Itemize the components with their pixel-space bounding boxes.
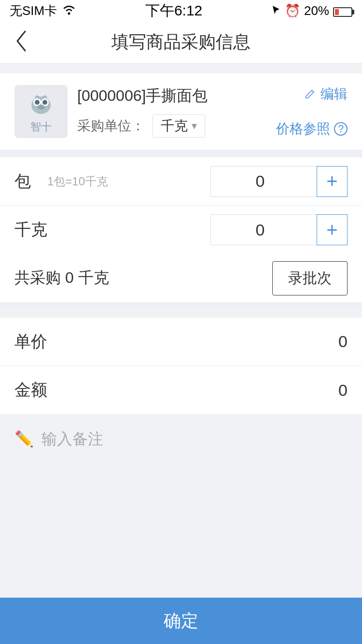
summary-row: 共采购 0 千克 录批次 bbox=[0, 254, 362, 302]
unit-select-button[interactable]: 千克 ▾ bbox=[153, 114, 205, 138]
logo-owl-icon bbox=[27, 89, 56, 123]
record-batch-button[interactable]: 录批次 bbox=[272, 261, 348, 295]
alarm-icon: ⏰ bbox=[285, 3, 300, 18]
confirm-button-label: 确定 bbox=[164, 609, 198, 633]
back-button[interactable] bbox=[14, 29, 28, 56]
dropdown-arrow-icon: ▾ bbox=[192, 120, 197, 132]
nav-bar: 填写商品采购信息 bbox=[0, 21, 362, 64]
quantity-input-section: 包 1包=10千克 + 千克 + bbox=[0, 157, 362, 254]
price-ref-button[interactable]: 价格参照 ? bbox=[276, 120, 348, 138]
wifi-icon bbox=[62, 3, 76, 18]
location-icon bbox=[271, 3, 281, 18]
status-time: 下午6:12 bbox=[145, 1, 202, 21]
kg-quantity-input[interactable] bbox=[210, 214, 317, 245]
svg-point-4 bbox=[35, 100, 40, 105]
battery-percent: 20% bbox=[304, 3, 329, 18]
svg-point-6 bbox=[37, 105, 45, 110]
unit-price-label: 单价 bbox=[14, 331, 47, 353]
bag-plus-button[interactable]: + bbox=[317, 166, 348, 197]
logo-text: 智十 bbox=[30, 120, 52, 134]
carrier-label: 无SIM卡 bbox=[10, 2, 57, 19]
kg-input-right: + bbox=[210, 214, 348, 245]
bag-sublabel: 1包=10千克 bbox=[47, 174, 108, 189]
bag-input-right: + bbox=[210, 166, 348, 197]
notes-placeholder: 输入备注 bbox=[42, 429, 103, 450]
unit-price-row: 单价 0 bbox=[0, 318, 362, 366]
status-bar: 无SIM卡 下午6:12 ⏰ 20% bbox=[0, 0, 362, 21]
unit-select-value: 千克 bbox=[161, 117, 188, 135]
svg-point-0 bbox=[68, 12, 70, 14]
summary-text: 共采购 0 千克 bbox=[14, 267, 109, 289]
svg-point-5 bbox=[42, 100, 47, 105]
price-info-section: 单价 0 金额 0 bbox=[0, 318, 362, 414]
notes-section[interactable]: ✏️ 输入备注 bbox=[0, 414, 362, 464]
edit-label: 编辑 bbox=[320, 85, 348, 103]
unit-prefix-label: 采购单位： bbox=[77, 117, 145, 135]
amount-label: 金额 bbox=[14, 379, 47, 401]
kg-quantity-row: 千克 + bbox=[0, 206, 362, 254]
amount-row: 金额 0 bbox=[0, 366, 362, 414]
status-left: 无SIM卡 bbox=[10, 2, 76, 19]
edit-button[interactable]: 编辑 bbox=[304, 85, 348, 103]
bag-quantity-input[interactable] bbox=[210, 166, 317, 197]
section-divider-1 bbox=[0, 150, 362, 157]
battery-icon bbox=[333, 3, 352, 18]
confirm-button[interactable]: 确定 bbox=[0, 598, 362, 644]
kg-plus-button[interactable]: + bbox=[317, 214, 348, 245]
product-logo: 智十 bbox=[14, 85, 68, 138]
product-card: 智十 [0000006]手撕面包 采购单位： 千克 ▾ 编辑 价格参照 ? bbox=[0, 73, 362, 150]
blank-area bbox=[0, 464, 362, 609]
pencil-icon: ✏️ bbox=[14, 430, 34, 448]
price-ref-icon: ? bbox=[334, 122, 348, 136]
bag-quantity-row: 包 1包=10千克 + bbox=[0, 157, 362, 206]
unit-price-value: 0 bbox=[338, 332, 348, 351]
page-title: 填写商品采购信息 bbox=[111, 30, 251, 54]
bag-label: 包 bbox=[14, 170, 43, 193]
kg-label: 千克 bbox=[14, 219, 47, 241]
status-right: ⏰ 20% bbox=[271, 3, 352, 18]
section-divider-2 bbox=[0, 302, 362, 310]
price-ref-label: 价格参照 bbox=[276, 120, 330, 138]
amount-value: 0 bbox=[338, 381, 348, 400]
